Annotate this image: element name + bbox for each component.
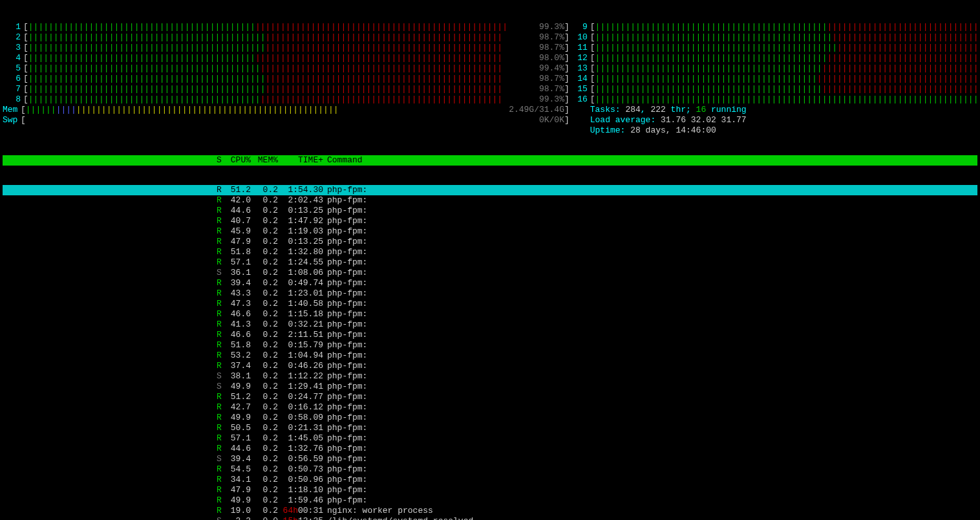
process-row[interactable]: R 37.4 0.20:46.26php-fpm:	[3, 361, 977, 371]
cpu-meter-6: 6[||||||||||||||||||||||||||||||||||||||…	[3, 74, 570, 84]
cpu-meter-1: 1[||||||||||||||||||||||||||||||||||||||…	[3, 22, 570, 32]
process-row[interactable]: R 57.1 0.21:24.55php-fpm:	[3, 257, 977, 268]
cpu-meters-left: 1[||||||||||||||||||||||||||||||||||||||…	[3, 22, 570, 136]
tasks-info: Tasks: 284, 222 thr; 16 running	[570, 105, 980, 115]
cpu-meter-12: 12[|||||||||||||||||||||||||||||||||||||…	[570, 53, 980, 63]
process-row[interactable]: R 51.2 0.20:24.77php-fpm:	[3, 392, 977, 402]
col-state[interactable]: S	[215, 155, 224, 166]
process-row[interactable]: R 42.0 0.22:02.43php-fpm:	[3, 195, 977, 206]
cpu-meter-4: 4[||||||||||||||||||||||||||||||||||||||…	[3, 53, 570, 63]
process-row[interactable]: R 41.3 0.20:32.21php-fpm:	[3, 320, 977, 330]
process-row[interactable]: R 51.8 0.20:15.79php-fpm:	[3, 340, 977, 351]
cpu-meter-10: 10[|||||||||||||||||||||||||||||||||||||…	[570, 32, 980, 43]
process-row[interactable]: R 44.6 0.21:32.76php-fpm:	[3, 444, 977, 454]
process-header[interactable]: S CPU% MEM% TIME+ Command	[3, 155, 977, 166]
process-row[interactable]: R 49.9 0.20:58.09php-fpm:	[3, 413, 977, 423]
meters-section: 1[||||||||||||||||||||||||||||||||||||||…	[3, 22, 977, 136]
process-row[interactable]: S 49.9 0.21:29.41php-fpm:	[3, 382, 977, 392]
process-row[interactable]: S 36.1 0.21:08.06php-fpm:	[3, 268, 977, 278]
cpu-meter-7: 7[||||||||||||||||||||||||||||||||||||||…	[3, 84, 570, 94]
load-average: Load average: 31.76 32.02 31.77	[570, 115, 980, 125]
process-row[interactable]: R 47.9 0.20:13.25php-fpm:	[3, 237, 977, 247]
process-row[interactable]: R 42.7 0.20:16.12php-fpm:	[3, 402, 977, 413]
cpu-meter-5: 5[||||||||||||||||||||||||||||||||||||||…	[3, 63, 570, 74]
process-row[interactable]: R 50.5 0.20:21.31php-fpm:	[3, 423, 977, 433]
process-row[interactable]: R 19.0 0.264h00:31nginx: worker process	[3, 506, 977, 516]
process-row[interactable]: R 54.5 0.20:50.73php-fpm:	[3, 464, 977, 475]
process-row[interactable]: S 38.1 0.21:12.22php-fpm:	[3, 371, 977, 382]
cpu-meter-13: 13[|||||||||||||||||||||||||||||||||||||…	[570, 63, 980, 74]
swap-meter: Swp[0K/0K]	[3, 115, 570, 125]
process-row[interactable]: R 45.9 0.21:19.03php-fpm:	[3, 226, 977, 237]
cpu-meter-14: 14[|||||||||||||||||||||||||||||||||||||…	[570, 74, 980, 84]
process-row[interactable]: S 3.3 0.015h13:35/lib/systemd/systemd-re…	[3, 516, 977, 520]
col-command[interactable]: Command	[323, 155, 977, 166]
process-list[interactable]: R 51.2 0.21:54.30php-fpm:R 42.0 0.22:02.…	[3, 185, 977, 520]
process-row[interactable]: R 44.6 0.20:13.25php-fpm:	[3, 206, 977, 216]
cpu-meter-15: 15[|||||||||||||||||||||||||||||||||||||…	[570, 84, 980, 94]
process-row[interactable]: R 47.9 0.21:18.10php-fpm:	[3, 485, 977, 495]
cpu-meters-right: 9[||||||||||||||||||||||||||||||||||||||…	[570, 22, 980, 136]
process-row[interactable]: R 46.6 0.22:11.51php-fpm:	[3, 330, 977, 340]
process-row[interactable]: R 57.1 0.21:45.05php-fpm:	[3, 433, 977, 444]
col-cpu[interactable]: CPU%	[224, 155, 251, 166]
htop-terminal[interactable]: 1[||||||||||||||||||||||||||||||||||||||…	[0, 0, 980, 520]
process-row[interactable]: S 39.4 0.20:56.59php-fpm:	[3, 454, 977, 464]
process-row[interactable]: R 53.2 0.21:04.94php-fpm:	[3, 351, 977, 361]
cpu-meter-11: 11[|||||||||||||||||||||||||||||||||||||…	[570, 43, 980, 53]
process-row[interactable]: R 46.6 0.21:15.18php-fpm:	[3, 309, 977, 320]
process-row[interactable]: R 51.2 0.21:54.30php-fpm:	[3, 185, 977, 195]
cpu-meter-16: 16[|||||||||||||||||||||||||||||||||||||…	[570, 94, 980, 105]
process-row[interactable]: R 51.8 0.21:32.80php-fpm:	[3, 247, 977, 257]
cpu-meter-9: 9[||||||||||||||||||||||||||||||||||||||…	[570, 22, 980, 32]
process-row[interactable]: R 43.3 0.21:23.01php-fpm:	[3, 288, 977, 299]
process-row[interactable]: R 47.3 0.21:40.58php-fpm:	[3, 299, 977, 309]
cpu-meter-3: 3[||||||||||||||||||||||||||||||||||||||…	[3, 43, 570, 53]
memory-meter: Mem[||||||||||||||||||||||||||||||||||||…	[3, 105, 570, 115]
cpu-meter-8: 8[||||||||||||||||||||||||||||||||||||||…	[3, 94, 570, 105]
process-row[interactable]: R 40.7 0.21:47.92php-fpm:	[3, 216, 977, 226]
process-row[interactable]: R 34.1 0.20:50.96php-fpm:	[3, 475, 977, 485]
process-row[interactable]: R 49.9 0.21:59.46php-fpm:	[3, 495, 977, 506]
uptime: Uptime: 28 days, 14:46:00	[570, 125, 980, 136]
process-row[interactable]: R 39.4 0.20:49.74php-fpm:	[3, 278, 977, 288]
cpu-meter-2: 2[||||||||||||||||||||||||||||||||||||||…	[3, 32, 570, 43]
col-mem[interactable]: MEM%	[251, 155, 278, 166]
col-time[interactable]: TIME+	[278, 155, 323, 166]
